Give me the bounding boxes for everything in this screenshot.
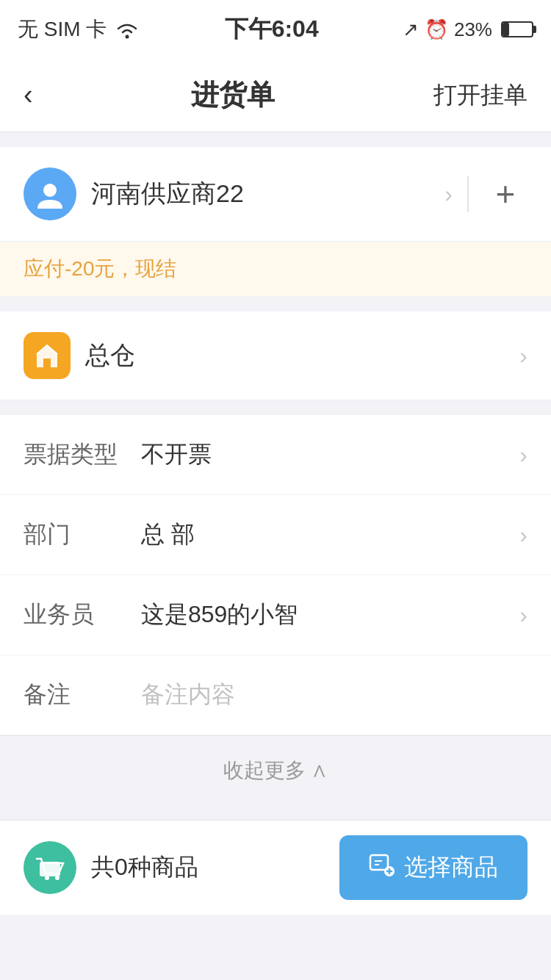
status-time: 下午6:04	[225, 13, 319, 46]
invoice-type-label: 票据类型	[24, 439, 141, 471]
warehouse-name: 总仓	[85, 339, 519, 372]
svg-point-0	[126, 35, 129, 39]
carrier-text: 无 SIM 卡	[18, 15, 107, 43]
open-pending-button[interactable]: 打开挂单	[433, 79, 527, 112]
alarm-icon: ⏰	[425, 18, 448, 41]
warehouse-row[interactable]: 总仓 ›	[0, 311, 551, 400]
nav-bar: ‹ 进货单 打开挂单	[0, 59, 551, 132]
battery-icon	[501, 21, 533, 37]
back-button[interactable]: ‹	[24, 79, 33, 111]
section-gap-3	[0, 400, 551, 415]
supplier-card: 河南供应商22 › + 应付-20元，现结	[0, 147, 551, 297]
collapse-label: 收起更多 ∧	[223, 757, 328, 785]
salesperson-value: 这是859的小智	[141, 599, 519, 631]
collapse-toggle[interactable]: 收起更多 ∧	[0, 735, 551, 805]
remark-label: 备注	[24, 679, 141, 711]
user-icon	[34, 178, 66, 210]
department-chevron-icon: ›	[519, 522, 527, 549]
battery-percent: 23%	[454, 18, 492, 41]
department-value: 总 部	[141, 519, 519, 551]
status-bar: 无 SIM 卡 下午6:04 ↗ ⏰ 23%	[0, 0, 551, 59]
remark-row[interactable]: 备注 备注内容	[0, 655, 551, 735]
add-supplier-button[interactable]: +	[483, 172, 527, 216]
house-icon	[34, 342, 60, 369]
location-icon: ↗	[403, 18, 419, 41]
page-title: 进货单	[191, 76, 275, 114]
warehouse-icon	[24, 332, 71, 379]
product-count: 共0种商品	[91, 851, 339, 884]
page-background	[0, 915, 551, 980]
salesperson-row[interactable]: 业务员 这是859的小智 ›	[0, 575, 551, 655]
department-row[interactable]: 部门 总 部 ›	[0, 495, 551, 575]
supplier-avatar	[24, 167, 76, 220]
product-icon	[24, 841, 76, 894]
remark-input[interactable]: 备注内容	[141, 679, 527, 711]
section-gap-2	[0, 297, 551, 311]
supplier-name: 河南供应商22	[91, 177, 444, 211]
section-gap-4	[0, 805, 551, 820]
notice-text: 应付-20元，现结	[24, 257, 176, 280]
invoice-type-row[interactable]: 票据类型 不开票 ›	[0, 415, 551, 495]
svg-point-1	[43, 184, 57, 197]
select-product-label: 选择商品	[404, 851, 498, 884]
invoice-type-value: 不开票	[141, 439, 519, 471]
select-product-button[interactable]: 选择商品	[339, 835, 527, 900]
divider	[467, 176, 469, 212]
form-card: 票据类型 不开票 › 部门 总 部 › 业务员 这是859的小智 › 备注 备注…	[0, 415, 551, 805]
svg-point-4	[45, 876, 49, 880]
svg-point-5	[55, 876, 60, 880]
supplier-chevron-icon: ›	[444, 181, 453, 208]
salesperson-label: 业务员	[24, 599, 141, 631]
section-gap-1	[0, 132, 551, 147]
svg-rect-2	[43, 359, 51, 367]
cart-icon	[35, 853, 65, 882]
wifi-icon	[114, 20, 140, 39]
svg-rect-6	[370, 855, 388, 870]
supplier-row[interactable]: 河南供应商22 › +	[0, 147, 551, 242]
salesperson-chevron-icon: ›	[519, 602, 527, 629]
notice-bar: 应付-20元，现结	[0, 242, 551, 297]
invoice-type-chevron-icon: ›	[519, 442, 527, 469]
status-right: ↗ ⏰ 23%	[403, 18, 533, 41]
select-product-icon	[369, 854, 395, 882]
department-label: 部门	[24, 519, 141, 551]
product-bar: 共0种商品 选择商品	[0, 820, 551, 915]
status-left: 无 SIM 卡	[18, 15, 140, 43]
warehouse-chevron-icon: ›	[519, 342, 527, 370]
